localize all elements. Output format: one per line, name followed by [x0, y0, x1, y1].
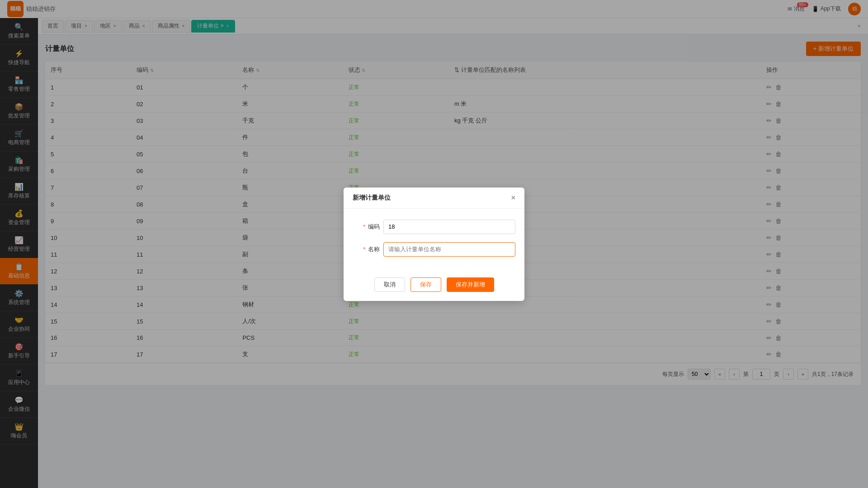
- modal-close-btn[interactable]: ×: [511, 194, 515, 202]
- name-required-mark: *: [363, 246, 365, 253]
- modal-title: 新增计量单位: [353, 194, 391, 202]
- code-label: * 编码: [353, 223, 380, 231]
- modal-body: * 编码 * 名称: [344, 209, 524, 272]
- name-row: * 名称: [353, 242, 515, 257]
- modal-overlay[interactable]: 新增计量单位 × * 编码 * 名称 取消 保存 保存并新增: [0, 0, 868, 488]
- code-input[interactable]: [383, 220, 515, 234]
- modal-footer: 取消 保存 保存并新增: [344, 272, 524, 301]
- name-input[interactable]: [383, 242, 515, 257]
- name-label: * 名称: [353, 245, 380, 253]
- add-unit-modal: 新增计量单位 × * 编码 * 名称 取消 保存 保存并新增: [344, 188, 524, 301]
- modal-header: 新增计量单位 ×: [344, 188, 524, 209]
- code-row: * 编码: [353, 220, 515, 234]
- cancel-button[interactable]: 取消: [374, 277, 405, 292]
- save-and-new-button[interactable]: 保存并新增: [447, 277, 494, 292]
- required-mark: *: [363, 223, 365, 230]
- save-button[interactable]: 保存: [410, 277, 441, 292]
